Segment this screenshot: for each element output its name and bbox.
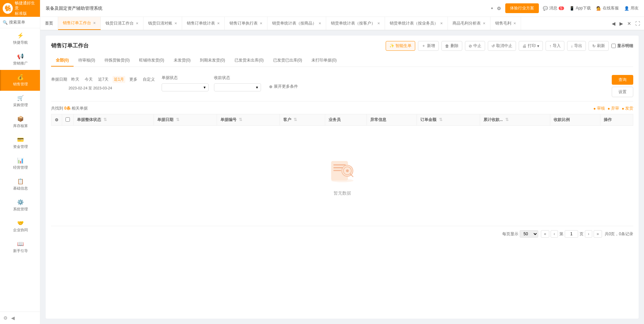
refresh-btn[interactable]: ↻ 刷新 — [589, 41, 609, 51]
tab-nav-buttons: ◀ ▶ ✕ ⛶ — [608, 19, 644, 28]
tab-next-icon[interactable]: ▶ — [618, 19, 625, 28]
tab-sales-exec[interactable]: 销售订单执行表✕ — [225, 17, 267, 30]
online-service-btn[interactable]: 💁 在线客服 — [596, 5, 619, 11]
tab-close-all-icon[interactable]: ✕ — [626, 19, 633, 28]
sidebar-item-operations[interactable]: 📊经营管理 — [0, 153, 40, 174]
user-btn[interactable]: 👤 用友 — [624, 5, 639, 11]
last-page-btn[interactable]: » — [594, 230, 602, 238]
ship-action-btn[interactable]: ● 发货 — [622, 106, 633, 111]
filter-tab-not-printed[interactable]: 未打印单据(0) — [307, 55, 341, 67]
page-input[interactable] — [565, 230, 578, 238]
amount-sort-icon[interactable]: ⇅ — [439, 117, 442, 122]
tab-sales-profit[interactable]: 销售毛利✕ — [490, 17, 521, 30]
data-table: ⚙ 单据整体状态 ⇅ 单据日期 ⇅ 单据编号 ⇅ 客户 ⇅ 业务员 异常信息 订… — [51, 114, 633, 223]
cancel-review-action-btn[interactable]: ● 弃审 — [608, 106, 619, 111]
query-btn[interactable]: 查询 — [612, 75, 633, 85]
collected-sort-icon[interactable]: ⇅ — [505, 117, 509, 122]
tab-cash-reconcile[interactable]: 钱货日清对账✕ — [143, 17, 182, 30]
tab-close-sales-summary-product[interactable]: ✕ — [318, 22, 321, 25]
status-sort-icon[interactable]: ⇅ — [103, 117, 107, 122]
tab-expand-icon[interactable]: ⛶ — [634, 19, 641, 28]
industry-btn[interactable]: 体验行业方案 — [505, 3, 539, 13]
review-action-btn[interactable]: ● 审核 — [593, 106, 605, 111]
payment-select[interactable]: ▾ — [214, 83, 261, 91]
tab-close-sales-profit[interactable]: ✕ — [513, 22, 516, 25]
tab-close-sales-summary-customer[interactable]: ✕ — [377, 22, 380, 25]
tab-close-cash-daily[interactable]: ✕ — [136, 22, 138, 25]
header-settings-icon[interactable]: ⚙ — [497, 6, 501, 11]
filter-tab-shipped-out[interactable]: 已发货已出库(0) — [268, 55, 307, 67]
tab-close-sales-summary-staff[interactable]: ✕ — [440, 22, 443, 25]
date-yesterday[interactable]: 昨天 — [70, 76, 81, 83]
cancel-suspend-btn[interactable]: ↺ 取消中止 — [488, 41, 516, 51]
sidebar-item-finance[interactable]: 💳资金管理 — [0, 132, 40, 153]
number-sort-icon[interactable]: ⇅ — [239, 117, 242, 122]
tab-cash-daily[interactable]: 钱货日清工作台✕ — [101, 17, 143, 30]
settings-bottom-icon[interactable]: ⚙ — [3, 315, 8, 321]
sidebar-item-marketing[interactable]: 📢营销推广 — [0, 49, 40, 70]
customer-sort-icon[interactable]: ⇅ — [294, 117, 297, 122]
tab-close-sales-workbench[interactable]: ✕ — [93, 21, 96, 25]
sidebar-item-inventory[interactable]: 📦库存核算 — [0, 112, 40, 132]
message-btn[interactable]: 💬 消息 5 — [543, 5, 564, 11]
tab-sales-summary-customer[interactable]: 销货单统计表（按客户）✕ — [326, 17, 385, 30]
sidebar-item-basic[interactable]: 📋基础信息 — [0, 174, 40, 195]
tab-close-cash-reconcile[interactable]: ✕ — [174, 22, 177, 25]
show-detail-checkbox[interactable] — [611, 44, 616, 48]
filter-tab-expired-not-shipped[interactable]: 到期未发货(0) — [195, 55, 230, 67]
set-btn[interactable]: 设置 — [612, 87, 633, 97]
sidebar-item-guide[interactable]: 📖新手引导 — [0, 237, 40, 257]
date-more[interactable]: 更多 — [128, 76, 139, 83]
sidebar-item-purchase[interactable]: 🛒采购管理 — [0, 91, 40, 112]
tab-product-margin[interactable]: 商品毛利分析表✕ — [448, 17, 490, 30]
date-today[interactable]: 今天 — [83, 76, 94, 83]
date-7days[interactable]: 近7天 — [97, 76, 110, 83]
filter-tab-shipped-not-out[interactable]: 已发货未出库(0) — [230, 55, 268, 67]
sidebar-item-enterprise[interactable]: 🤝企业协同 — [0, 216, 40, 237]
col-settings-header: ⚙ — [51, 114, 62, 126]
tab-close-product-margin[interactable]: ✕ — [483, 22, 485, 25]
sidebar-item-sales[interactable]: 💰销售管理 — [0, 70, 40, 91]
tab-prev-icon[interactable]: ◀ — [610, 19, 617, 28]
next-page-btn[interactable]: › — [585, 230, 592, 238]
show-detail-label[interactable]: 显示明细 — [611, 43, 633, 49]
select-all-checkbox[interactable] — [66, 117, 70, 122]
tab-sales-workbench[interactable]: 销售订单工作台✕ — [58, 17, 101, 30]
status-select[interactable]: ▾ — [162, 83, 209, 91]
filter-tab-not-shipped[interactable]: 未发货(0) — [169, 55, 196, 67]
filter-tab-pending-review[interactable]: 待审核(0) — [74, 55, 100, 67]
suspend-btn[interactable]: ⊘ 中止 — [465, 41, 485, 51]
date-custom[interactable]: 自定义 — [141, 76, 156, 83]
tab-label-sales-summary-customer: 销货单统计表（按客户） — [331, 21, 375, 26]
tab-sales-summary-staff[interactable]: 销货单统计表（按业务员）✕ — [385, 17, 448, 30]
prev-page-btn[interactable]: ‹ — [551, 230, 558, 238]
tab-home[interactable]: 首页 — [40, 17, 58, 30]
filter-tab-all[interactable]: 全部(0) — [51, 55, 74, 67]
export-btn[interactable]: ↓ 导出 — [567, 41, 586, 51]
search-menu-item[interactable]: 🔍 搜索菜单 — [0, 17, 40, 28]
sidebar-item-system[interactable]: ⚙️系统管理 — [0, 195, 40, 216]
status-value — [165, 85, 180, 90]
payment-chevron-icon: ▾ — [256, 85, 258, 90]
filter-tab-wangpu-pending[interactable]: 旺铺待发货(0) — [134, 55, 169, 67]
add-btn[interactable]: ＋ 新增 — [418, 41, 439, 51]
sidebar-item-quick-nav[interactable]: ⚡快捷导航 — [0, 28, 40, 49]
tab-label-product-margin: 商品毛利分析表 — [453, 21, 481, 26]
import-btn[interactable]: ↑ 导入 — [546, 41, 564, 51]
app-download-btn[interactable]: 📱 App下载 — [569, 5, 591, 11]
first-page-btn[interactable]: « — [541, 230, 549, 238]
per-page-select[interactable]: 20 50 100 — [520, 230, 538, 238]
delete-btn[interactable]: 🗑 删除 — [441, 41, 462, 51]
smart-create-btn[interactable]: ✨ 智能生单 — [386, 41, 415, 51]
system-chevron-icon[interactable]: ▾ — [491, 6, 493, 10]
print-btn[interactable]: 🖨 打印 ▾ — [519, 41, 543, 51]
tab-sales-summary-product[interactable]: 销货单统计表（按商品）✕ — [267, 17, 326, 30]
tab-sales-stat[interactable]: 销售订单统计表✕ — [182, 17, 225, 30]
filter-tab-pending-inspect[interactable]: 待拣货验货(0) — [100, 55, 134, 67]
date-1month[interactable]: 近1月 — [113, 76, 126, 83]
tab-close-sales-exec[interactable]: ✕ — [260, 22, 262, 25]
date-sort-icon[interactable]: ⇅ — [176, 117, 179, 122]
expand-conditions-btn[interactable]: ⊕ 展开更多条件 — [266, 82, 301, 91]
tab-close-sales-stat[interactable]: ✕ — [217, 22, 220, 25]
collapse-icon[interactable]: ◀ — [11, 315, 15, 321]
